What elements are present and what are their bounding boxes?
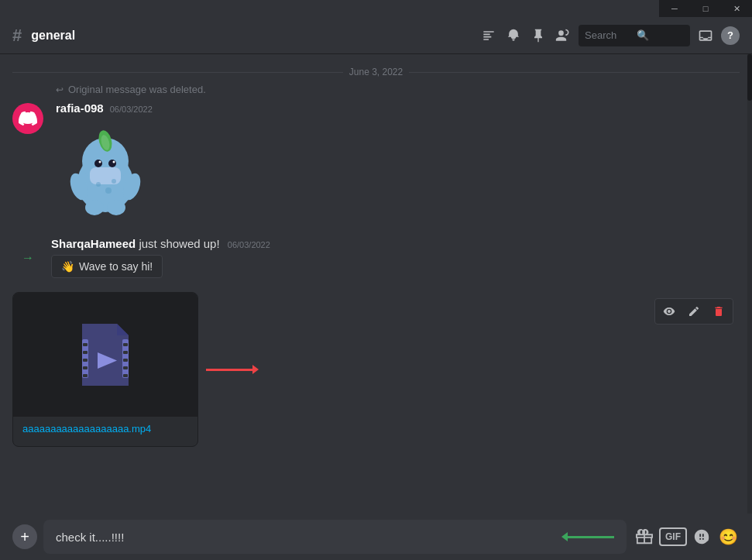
search-icon: 🔍 (637, 29, 684, 41)
wave-button[interactable]: 👋 Wave to say hi! (51, 255, 163, 278)
file-preview (13, 293, 197, 417)
message-timestamp: 06/03/2022 (110, 105, 153, 114)
red-progress-arrow (206, 365, 259, 374)
channel-name: general (31, 29, 75, 43)
input-actions: GIF 😊 (633, 525, 740, 548)
maximize-button[interactable]: □ (690, 0, 721, 17)
message-list: June 3, 2022 ↩ Original message was dele… (0, 54, 752, 514)
edit-attachment-button[interactable] (683, 301, 705, 322)
svg-rect-26 (123, 359, 128, 362)
members-icon[interactable] (554, 26, 572, 45)
scrollbar-thumb[interactable] (747, 54, 752, 101)
system-action-text: just showed up! (139, 237, 219, 250)
attachment-wrapper: aaaaaaaaaaaaaaaaaaa.mp4 (12, 292, 740, 447)
channel-hash-icon: # (12, 26, 22, 46)
svg-point-13 (96, 182, 101, 187)
message-input-text[interactable]: check it.....!!!! (56, 531, 555, 544)
sticker-button[interactable] (690, 525, 713, 548)
svg-point-15 (112, 179, 116, 184)
message-header: rafia-098 06/03/2022 (56, 101, 740, 115)
join-arrow-icon: → (12, 251, 43, 265)
minimize-button[interactable]: ─ (659, 0, 690, 17)
delete-attachment-button[interactable] (708, 301, 730, 322)
avatar (12, 103, 43, 134)
scrollbar-track (747, 54, 752, 514)
wave-emoji: 👋 (61, 260, 74, 273)
sticker-image (56, 121, 155, 220)
svg-rect-2 (90, 167, 121, 184)
input-bar: + check it.....!!!! GIF 😊 (0, 514, 752, 560)
threads-icon[interactable] (479, 26, 498, 45)
username: rafia-098 (56, 101, 104, 115)
help-icon[interactable]: ? (721, 26, 740, 45)
deleted-message-notice: ↩ Original message was deleted. (12, 84, 740, 95)
system-message-joined: → SharqaHameed just showed up! 06/03/202… (12, 235, 740, 280)
inbox-icon[interactable] (696, 26, 715, 45)
titlebar: ─ □ ✕ (659, 0, 752, 17)
svg-rect-19 (83, 343, 88, 346)
wave-button-label: Wave to say hi! (79, 260, 153, 273)
gift-button[interactable] (633, 525, 656, 548)
svg-rect-27 (123, 366, 128, 369)
svg-point-4 (108, 160, 116, 167)
close-button[interactable]: ✕ (721, 0, 752, 17)
pin-icon[interactable] (529, 26, 548, 45)
system-timestamp: 06/03/2022 (228, 240, 270, 249)
svg-point-6 (113, 161, 115, 163)
search-placeholder: Search (585, 29, 632, 41)
reply-icon: ↩ (56, 84, 64, 95)
date-divider: June 3, 2022 (12, 67, 740, 77)
svg-rect-25 (123, 351, 128, 354)
message-content: rafia-098 06/03/2022 (56, 101, 740, 223)
search-bar[interactable]: Search 🔍 (579, 25, 690, 46)
video-file-icon (74, 320, 136, 390)
svg-rect-21 (83, 359, 88, 362)
svg-rect-20 (83, 351, 88, 354)
attachment-actions (654, 298, 733, 325)
bell-icon[interactable] (504, 26, 523, 45)
green-typing-arrow (561, 532, 614, 541)
svg-rect-23 (83, 374, 88, 377)
channel-header: # general Search 🔍 ? (0, 17, 752, 54)
message-input-field: check it.....!!!! (43, 520, 627, 554)
svg-rect-22 (83, 366, 88, 369)
svg-point-5 (99, 161, 101, 163)
file-name: aaaaaaaaaaaaaaaaaaa.mp4 (13, 417, 197, 441)
message-group-rafia: rafia-098 06/03/2022 (12, 101, 740, 223)
svg-rect-24 (123, 343, 128, 346)
svg-point-14 (105, 187, 112, 194)
file-attachment-card[interactable]: aaaaaaaaaaaaaaaaaaa.mp4 (12, 292, 198, 447)
gif-button[interactable]: GIF (659, 527, 687, 546)
system-username: SharqaHameed (51, 237, 136, 250)
svg-point-12 (107, 200, 125, 215)
view-attachment-button[interactable] (658, 301, 680, 322)
svg-point-3 (94, 160, 102, 167)
add-attachment-button[interactable]: + (12, 524, 37, 549)
svg-rect-28 (123, 374, 128, 377)
emoji-button[interactable]: 😊 (716, 525, 740, 548)
system-message-text: SharqaHameed just showed up! 06/03/2022 (51, 237, 740, 250)
svg-point-11 (85, 200, 104, 215)
sticker (56, 121, 740, 223)
